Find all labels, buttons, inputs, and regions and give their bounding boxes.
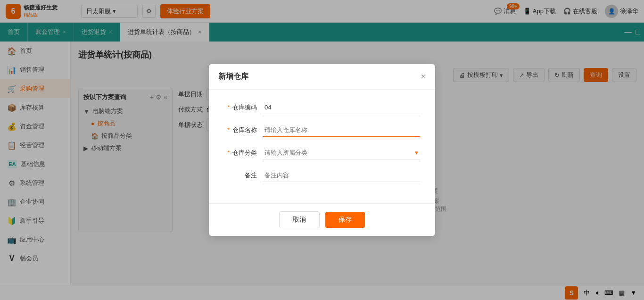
modal-title: 新增仓库: [218, 72, 248, 82]
new-warehouse-modal: 新增仓库 × * 仓库编码 * 仓库名称: [209, 64, 435, 236]
warehouse-name-input[interactable]: [263, 124, 420, 137]
category-label: * 仓库分类: [224, 149, 257, 157]
modal-body: * 仓库编码 * 仓库名称 * 仓库分类: [209, 90, 435, 203]
remark-label: 备注: [224, 171, 257, 180]
form-row-category: * 仓库分类 ▾: [224, 146, 420, 159]
modal-overlay: 新增仓库 × * 仓库编码 * 仓库名称: [0, 0, 644, 300]
warehouse-code-input[interactable]: [263, 101, 420, 114]
modal-footer: 取消 保存: [209, 203, 435, 236]
save-button[interactable]: 保存: [325, 212, 365, 228]
warehouse-category-input[interactable]: [264, 149, 415, 156]
category-select-wrapper: ▾: [263, 146, 420, 159]
form-row-code: * 仓库编码: [224, 101, 420, 114]
modal-close-button[interactable]: ×: [421, 72, 426, 82]
code-label: * 仓库编码: [224, 103, 257, 112]
dropdown-arrow-icon[interactable]: ▾: [415, 149, 418, 156]
name-label: * 仓库名称: [224, 126, 257, 134]
form-row-remark: 备注: [224, 169, 420, 182]
modal-header: 新增仓库 ×: [209, 64, 435, 90]
warehouse-remark-input[interactable]: [263, 169, 420, 182]
cancel-button[interactable]: 取消: [279, 211, 320, 228]
form-row-name: * 仓库名称: [224, 124, 420, 137]
